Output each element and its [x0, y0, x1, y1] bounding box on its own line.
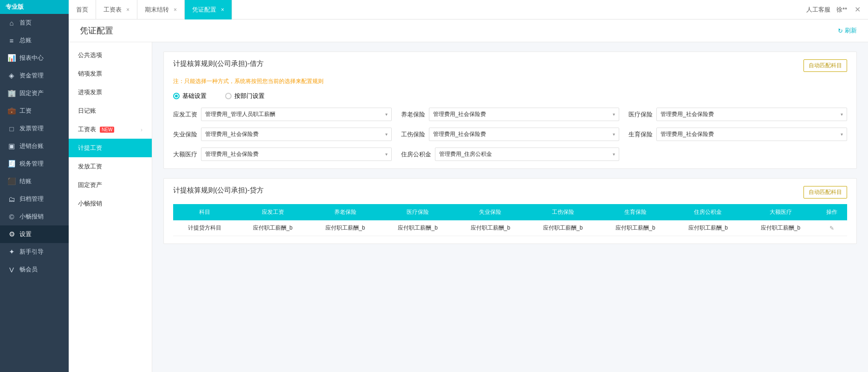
- select-salary[interactable]: 管理费用_管理人员职工薪酬 ▾: [201, 108, 392, 121]
- sidebar-item-purchase-sales[interactable]: ▣ 进销台账: [0, 137, 69, 155]
- left-nav-purchase-invoice[interactable]: 进项发票: [69, 83, 152, 102]
- sidebar-item-tax[interactable]: 🧾 税务管理: [0, 155, 69, 173]
- refresh-icon: ↻: [838, 27, 843, 34]
- tab-close-period[interactable]: ×: [174, 6, 177, 13]
- select-medical[interactable]: 管理费用_社会保险费 ▾: [656, 108, 847, 121]
- sidebar-label-reports: 报表中心: [19, 54, 44, 62]
- select-salary-value: 管理费用_管理人员职工薪酬: [205, 110, 383, 118]
- chevron-down-icon: ▾: [613, 152, 615, 157]
- sidebar-item-xiaochang[interactable]: © 小畅报销: [0, 208, 69, 225]
- cell-large-medical: 应付职工薪酬_b: [744, 220, 816, 236]
- sidebar-item-archive[interactable]: 🗂 归档管理: [0, 190, 69, 208]
- select-unemployment[interactable]: 管理费用_社会保险费 ▾: [201, 128, 392, 141]
- tab-close-voucher[interactable]: ×: [221, 6, 224, 13]
- left-nav-public[interactable]: 公共选项: [69, 46, 152, 64]
- left-nav-small-report[interactable]: 小畅报销: [69, 194, 152, 213]
- col-pension: 养老保险: [309, 204, 382, 220]
- page-header: 凭证配置 ↻ 刷新: [69, 19, 868, 42]
- sidebar-item-fixed-assets[interactable]: 🏢 固定资产: [0, 84, 69, 102]
- tab-close-salary[interactable]: ×: [126, 6, 130, 13]
- sidebar-item-funds[interactable]: ◈ 资金管理: [0, 67, 69, 84]
- debit-section: 计提核算规则(公司承担)-借方 自动匹配科目 注：只能选择一种方式，系统将按照您…: [163, 51, 857, 169]
- funds-icon: ◈: [7, 71, 16, 80]
- tab-home[interactable]: 首页: [69, 0, 96, 19]
- radio-basic-circle: [173, 93, 180, 99]
- chevron-down-icon: ▾: [385, 132, 388, 137]
- reports-icon: 📊: [7, 54, 16, 62]
- select-large-medical[interactable]: 管理费用_社会保险费 ▾: [201, 148, 392, 161]
- radio-basic[interactable]: 基础设置: [173, 92, 207, 100]
- sidebar-item-guide[interactable]: ✦ 新手引导: [0, 243, 69, 261]
- select-maternity-value: 管理费用_社会保险费: [661, 130, 839, 138]
- main-panel: 计提核算规则(公司承担)-借方 自动匹配科目 注：只能选择一种方式，系统将按照您…: [152, 42, 868, 372]
- chevron-down-icon: ▾: [613, 112, 615, 117]
- tab-salary-table[interactable]: 工资表 ×: [96, 0, 137, 19]
- refresh-button[interactable]: ↻ 刷新: [838, 26, 857, 35]
- select-pension[interactable]: 管理费用_社会保险费 ▾: [429, 108, 620, 121]
- form-row-maternity: 生育保险 管理费用_社会保险费 ▾: [628, 128, 847, 141]
- left-nav-journal[interactable]: 日记账: [69, 102, 152, 120]
- tab-voucher-config[interactable]: 凭证配置 ×: [185, 0, 232, 19]
- col-housing: 住房公积金: [672, 204, 744, 220]
- label-medical: 医疗保险: [628, 110, 653, 119]
- left-nav-fixed-assets[interactable]: 固定资产: [69, 176, 152, 194]
- cell-pension: 应付职工薪酬_b: [309, 220, 382, 236]
- select-maternity[interactable]: 管理费用_社会保险费 ▾: [656, 128, 847, 141]
- select-housing-fund[interactable]: 管理费用_住房公积金 ▾: [435, 148, 620, 161]
- debit-auto-match-button[interactable]: 自动匹配科目: [803, 59, 847, 72]
- table-row: 计提贷方科目 应付职工薪酬_b 应付职工薪酬_b 应付职工薪酬_b 应付职工薪酬…: [173, 220, 847, 236]
- archive-icon: 🗂: [7, 195, 16, 203]
- form-row-salary: 应发工资 管理费用_管理人员职工薪酬 ▾: [173, 108, 392, 121]
- credit-section: 计提核算规则(公司承担)-贷方 自动匹配科目 科目 应发工资 养老保险 医疗保险…: [163, 178, 857, 244]
- page-title: 凭证配置: [80, 25, 113, 36]
- fixed-assets-icon: 🏢: [7, 89, 16, 97]
- form-row-injury: 工伤保险 管理费用_社会保险费 ▾: [401, 128, 620, 141]
- sidebar-item-member[interactable]: V 畅会员: [0, 261, 69, 278]
- refresh-label: 刷新: [845, 26, 857, 35]
- tab-period-close[interactable]: 期末结转 ×: [137, 0, 185, 19]
- cell-subject: 计提贷方科目: [173, 220, 236, 236]
- label-unemployment: 失业保险: [173, 130, 197, 139]
- chevron-down-icon: ▾: [841, 112, 843, 117]
- sidebar-label-guide: 新手引导: [19, 248, 44, 256]
- xiaochang-icon: ©: [7, 213, 16, 221]
- credit-auto-match-button[interactable]: 自动匹配科目: [803, 186, 847, 199]
- debit-form-grid: 应发工资 管理费用_管理人员职工薪酬 ▾ 养老保险 管理费用_社会保险费 ▾: [173, 108, 847, 161]
- close-window-icon[interactable]: ✕: [855, 5, 861, 14]
- select-housing-fund-value: 管理费用_住房公积金: [439, 150, 611, 158]
- sidebar-item-ledger[interactable]: ≡ 总账: [0, 32, 69, 49]
- sidebar-label-salary: 工资: [19, 107, 32, 115]
- cell-salary: 应付职工薪酬_b: [236, 220, 309, 236]
- sidebar-item-reports[interactable]: 📊 报表中心: [0, 49, 69, 67]
- invoice-icon: □: [7, 125, 16, 133]
- ledger-icon: ≡: [7, 37, 16, 45]
- col-salary: 应发工资: [236, 204, 309, 220]
- left-nav-pay-salary[interactable]: 发放工资: [69, 157, 152, 176]
- left-nav-salary-table[interactable]: 工资表 NEW ›: [69, 120, 152, 139]
- cell-injury: 应付职工薪酬_b: [527, 220, 599, 236]
- sidebar-label-purchase-sales: 进销台账: [19, 142, 44, 150]
- form-row-medical: 医疗保险 管理费用_社会保险费 ▾: [628, 108, 847, 121]
- sidebar-label-ledger: 总账: [19, 36, 32, 45]
- sidebar-item-home[interactable]: ⌂ 首页: [0, 14, 69, 32]
- sidebar-item-invoice[interactable]: □ 发票管理: [0, 120, 69, 137]
- select-injury[interactable]: 管理费用_社会保险费 ▾: [429, 128, 620, 141]
- sidebar-label-settings: 设置: [19, 230, 32, 238]
- left-nav: 公共选项 销项发票 进项发票 日记账 工资表 NEW › 计提工资 发放工资: [69, 42, 152, 372]
- chevron-down-icon: ▾: [841, 132, 843, 137]
- sidebar-item-salary[interactable]: 💼 工资: [0, 102, 69, 120]
- edit-icon[interactable]: ✎: [829, 225, 834, 231]
- purchase-sales-icon: ▣: [7, 142, 16, 150]
- col-unemployment: 失业保险: [454, 204, 526, 220]
- debit-section-header: 计提核算规则(公司承担)-借方 自动匹配科目: [173, 59, 847, 72]
- radio-department[interactable]: 按部门设置: [225, 92, 265, 100]
- cell-edit[interactable]: ✎: [817, 220, 847, 236]
- sidebar-label-funds: 资金管理: [19, 71, 44, 80]
- sidebar-item-settings[interactable]: ⚙ 设置: [0, 225, 69, 243]
- left-nav-sales-invoice[interactable]: 销项发票: [69, 64, 152, 83]
- left-nav-accrual[interactable]: 计提工资: [69, 139, 152, 157]
- chevron-down-icon: ▾: [385, 112, 388, 117]
- user-info: 人工客服 徐**: [806, 6, 847, 14]
- cell-housing: 应付职工薪酬_b: [672, 220, 744, 236]
- sidebar-item-close[interactable]: ⬛ 结账: [0, 173, 69, 190]
